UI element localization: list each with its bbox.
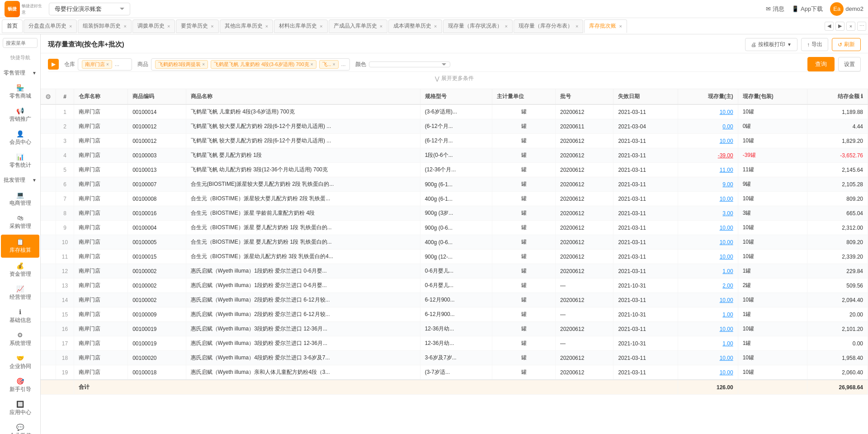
sidebar-item-enterprise[interactable]: 🤝 企业协同: [0, 351, 40, 374]
print-button[interactable]: 🖨 按模板打印 ▼: [745, 38, 797, 51]
product-tag-box[interactable]: 飞鹤奶粉3段两提装 × 飞鹤星飞帆 儿童奶粉 4段(3-6岁适用) 700克 ×…: [151, 58, 350, 71]
user-menu[interactable]: Ea demo2: [830, 2, 863, 16]
message-button[interactable]: ✉ 消息: [766, 5, 784, 13]
tab-kucunzt[interactable]: 现存量（库存状况表） ×: [443, 19, 513, 33]
sidebar-item-operations[interactable]: 📈 经营管理: [0, 282, 40, 305]
close-icon[interactable]: ×: [434, 24, 437, 29]
remove-icon[interactable]: ×: [311, 62, 313, 67]
refresh-button[interactable]: ↺ 刷新: [832, 38, 861, 51]
top-right-actions: ✉ 消息 📱 App下载 Ea demo2: [766, 2, 863, 16]
cell-qty-main[interactable]: 10.00: [678, 250, 738, 264]
cell-batch: 20200612: [555, 148, 613, 163]
sidebar-item-system[interactable]: ⚙ 系统管理: [0, 328, 40, 351]
gear-icon[interactable]: ⚙: [45, 93, 51, 100]
close-icon[interactable]: ×: [167, 24, 170, 29]
sidebar-item-ecommerce[interactable]: 💻 电商管理: [0, 188, 40, 211]
cell-qty-main[interactable]: 10.00: [678, 235, 738, 250]
remove-icon[interactable]: ×: [333, 62, 335, 67]
close-icon[interactable]: ×: [505, 24, 508, 29]
tab-yaohuo[interactable]: 要货单历史 ×: [176, 19, 218, 33]
cell-batch: 20200612: [555, 134, 613, 148]
tab-kucunfb[interactable]: 现存量（库存分布表） ×: [514, 19, 583, 33]
cell-code: 00100013: [128, 163, 186, 177]
cell-qty-main[interactable]: 0.00: [678, 119, 738, 134]
tab-next-button[interactable]: ▶: [835, 22, 844, 31]
tab-chengbentiaozhen[interactable]: 成本调整单历史 ×: [388, 19, 442, 33]
cell-qty-main[interactable]: 1.00: [678, 307, 738, 322]
sidebar-item-wxwork[interactable]: 💬 企业微信: [0, 420, 40, 434]
remove-icon[interactable]: ×: [202, 62, 205, 67]
tab-more-button[interactable]: ⋯: [857, 22, 866, 31]
sidebar-item-finance[interactable]: 💰 资金管理: [0, 259, 40, 282]
sidebar-item-retail-mall[interactable]: 🏪 零售商城: [0, 80, 40, 104]
sidebar-item-purchase[interactable]: 🛍 采购管理: [0, 211, 40, 234]
cell-qty-main[interactable]: 2.00: [678, 278, 738, 293]
expand-more-conditions[interactable]: ⋁ 展开更多条件: [48, 71, 861, 85]
cell-balance: 229.84: [807, 264, 868, 278]
cell-qty-main[interactable]: 9.00: [678, 177, 738, 192]
account-selector[interactable]: 母婴行业演示账套: [49, 3, 130, 15]
close-icon[interactable]: ×: [211, 24, 213, 29]
product-more[interactable]: ...: [341, 61, 346, 67]
sidebar-item-member[interactable]: 👤 会员中心: [0, 127, 40, 150]
cell-qty-pkg: 10罐: [738, 351, 807, 365]
cell-qty-main[interactable]: 10.00: [678, 221, 738, 235]
tab-close-button[interactable]: ×: [846, 22, 855, 31]
sidebar-item-marketing[interactable]: 📢 营销推广: [0, 104, 40, 127]
sidebar-item-inventory[interactable]: 📋 库存核算: [1, 235, 39, 258]
cell-qty-main[interactable]: 1.00: [678, 264, 738, 278]
close-icon[interactable]: ×: [69, 24, 72, 29]
download-icon: 📱: [792, 5, 799, 12]
sidebar-item-retail-management[interactable]: 零售管理 ▼: [0, 66, 40, 80]
cell-qty-main[interactable]: 10.00: [678, 351, 738, 365]
query-button[interactable]: 查询: [807, 57, 835, 71]
sidebar-item-appstore[interactable]: 🔲 应用中心: [0, 397, 40, 420]
cell-qty-main[interactable]: 3.00: [678, 206, 738, 221]
cell-qty-main[interactable]: 10.00: [678, 192, 738, 206]
close-icon[interactable]: ×: [265, 24, 268, 29]
cell-qty-main[interactable]: 10.00: [678, 322, 738, 336]
cell-qty-main[interactable]: 10.00: [678, 134, 738, 148]
sidebar-item-retail-stats[interactable]: 📊 零售统计: [0, 150, 40, 173]
tab-home[interactable]: 首页: [2, 19, 23, 33]
cell-qty-main[interactable]: 10.00: [678, 365, 738, 380]
cell-qty-main[interactable]: 11.00: [678, 163, 738, 177]
search-input[interactable]: [3, 38, 38, 48]
cell-index: 3: [56, 134, 74, 148]
tab-qitachu[interactable]: 其他出库单历史 ×: [220, 19, 273, 33]
export-button[interactable]: ↑ 导出: [801, 38, 828, 51]
tab-zuzhuang[interactable]: 组装拆卸单历史 ×: [78, 19, 131, 33]
tab-cailiao[interactable]: 材料出库单历史 ×: [274, 19, 327, 33]
app-download-button[interactable]: 📱 App下载: [792, 5, 823, 13]
table-row: 2 南岸门店 00100012 飞鹤星飞帆 较大婴儿配方奶粉 2段(6-12个月…: [41, 119, 868, 134]
cell-qty-main[interactable]: 1.00: [678, 336, 738, 351]
th-settings[interactable]: ⚙: [41, 89, 56, 104]
tab-chanpinruku[interactable]: 产成品入库单历史 ×: [329, 19, 387, 33]
close-icon[interactable]: ×: [380, 24, 382, 29]
cell-warehouse: 南岸门店: [74, 177, 128, 192]
color-tag-box[interactable]: [369, 61, 450, 67]
sidebar-item-basics[interactable]: ℹ 基础信息: [0, 305, 40, 328]
close-icon[interactable]: ×: [619, 24, 622, 29]
close-icon[interactable]: ×: [576, 24, 578, 29]
cell-qty-main[interactable]: 10.00: [678, 104, 738, 119]
cell-qty-main[interactable]: 10.00: [678, 293, 738, 307]
filter-expand-btn[interactable]: ▶: [48, 59, 59, 70]
sidebar-item-guide[interactable]: 🎯 新手引导: [0, 374, 40, 397]
cell-qty-main[interactable]: -39.00: [678, 148, 738, 163]
cell-unit: 罐: [492, 163, 556, 177]
cell-warehouse: 南岸门店: [74, 221, 128, 235]
tab-kucunpici[interactable]: 库存批次账 ×: [584, 19, 627, 33]
settings-button[interactable]: 设置: [838, 57, 861, 71]
remove-icon[interactable]: ×: [106, 62, 109, 67]
cell-code: 00100009: [128, 307, 186, 322]
close-icon[interactable]: ×: [123, 24, 126, 29]
warehouse-tag-box[interactable]: 南岸门店 × ...: [78, 58, 132, 71]
cell-spec: 400g (0-6...: [420, 235, 492, 250]
tab-prev-button[interactable]: ◀: [825, 22, 834, 31]
ellipsis-more[interactable]: ...: [115, 61, 119, 67]
close-icon[interactable]: ×: [320, 24, 322, 29]
sidebar-item-wholesale[interactable]: 批发管理 ▼: [0, 173, 40, 188]
tab-fenpan[interactable]: 分盘盘点单历史 ×: [24, 19, 77, 33]
tab-diaopo[interactable]: 调拨单历史 ×: [132, 19, 175, 33]
